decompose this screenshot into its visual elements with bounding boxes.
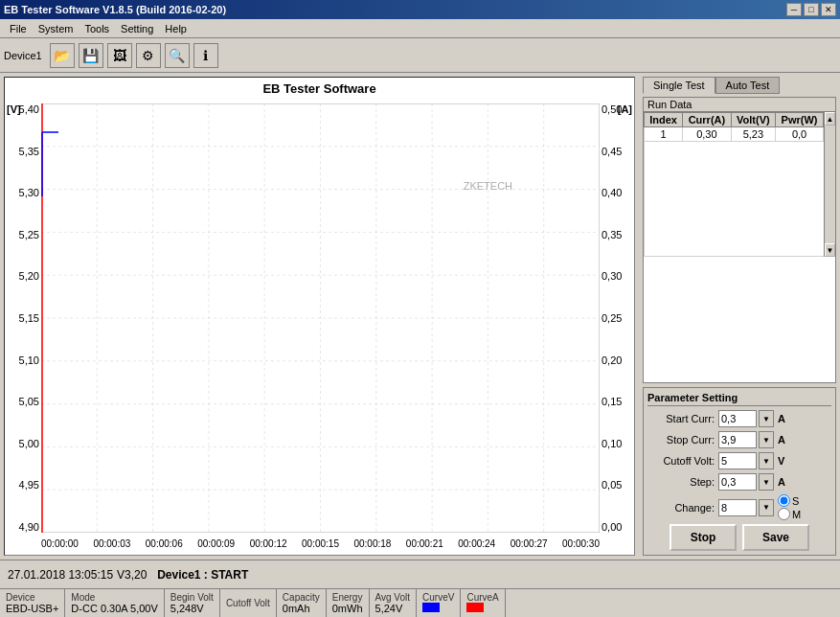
table-row: 1 0,30 5,23 0,0 [645,127,835,142]
menu-setting[interactable]: Setting [115,22,159,35]
close-button[interactable]: ✕ [821,3,836,16]
col-curr: Curr(A) [683,113,732,127]
x-axis: 00:00:00 00:00:03 00:00:06 00:00:09 00:0… [41,533,600,554]
action-buttons: Stop Save [647,524,831,551]
y-axis-left: 5,40 5,35 5,30 5,25 5,20 5,15 5,10 5,05 … [5,103,41,533]
run-data-panel: Run Data Index Curr(A) Volt(V) Pwr(W) [643,97,836,383]
param-title: Parameter Setting [647,392,831,406]
tabs: Single Test Auto Test [643,77,836,94]
image-button[interactable]: 🖼 [107,43,132,68]
stop-button[interactable]: Stop [670,524,737,551]
settings-button[interactable]: ⚙ [136,43,161,68]
radio-m-label: M [792,509,801,520]
toolbar: Device1 📂 💾 🖼 ⚙ 🔍 ℹ [0,38,840,73]
status-avg-volt: Avg Volt 5,24V [370,589,418,617]
info-button[interactable]: ℹ [193,43,218,68]
start-curr-dropdown[interactable]: ▼ [759,410,774,427]
stop-curr-dropdown[interactable]: ▼ [759,431,774,448]
chart-inner: [V] [A] [5,100,634,554]
step-row: Step: ▼ A [647,473,831,491]
stop-curr-unit: A [778,434,785,446]
save-param-button[interactable]: Save [742,524,809,551]
tab-single-test[interactable]: Single Test [643,77,715,94]
title-bar: EB Tester Software V1.8.5 (Build 2016-02… [0,0,840,19]
table-row-empty [645,142,835,257]
col-pwr: Pwr(W) [776,113,824,127]
cutoff-volt-input[interactable] [718,452,757,469]
step-input[interactable] [718,473,757,491]
window-title: EB Tester Software V1.8.5 (Build 2016-02… [4,4,226,15]
radio-m[interactable] [778,508,790,520]
main-area: EB Tester Software [V] [A] [0,73,840,560]
change-label: Change: [647,502,715,514]
search-button[interactable]: 🔍 [165,43,190,68]
scroll-up[interactable]: ▲ [825,112,835,126]
status-curve-a: CurveA [461,589,505,617]
col-volt: Volt(V) [731,113,775,127]
start-curr-row: Start Curr: ▼ A [647,410,831,427]
menu-file[interactable]: File [4,22,33,35]
version: V3,20 [117,568,147,582]
change-row: Change: ▼ S M [647,494,831,520]
cutoff-volt-unit: V [778,455,784,467]
status-table: Device EBD-USB+ Mode D-CC 0.30A 5,00V Be… [0,588,840,617]
curve-v-color [422,603,440,612]
datetime: 27.01.2018 13:05:15 [8,568,113,582]
run-data-table: Index Curr(A) Volt(V) Pwr(W) 1 0,30 5,23 [644,112,835,257]
device-label: Device1 [4,50,42,61]
menu-system[interactable]: System [33,22,79,35]
radio-s[interactable] [778,494,790,507]
start-curr-label: Start Curr: [647,413,715,424]
status-mode: Mode D-CC 0.30A 5,00V [65,589,165,617]
change-input[interactable] [718,499,757,516]
maximize-button[interactable]: □ [804,3,819,16]
minimize-button[interactable]: ─ [786,3,802,16]
curve-a-color [466,603,484,612]
menu-tools[interactable]: Tools [79,22,115,35]
radio-s-label: S [792,495,799,507]
status-curve-v: CurveV [417,589,461,617]
menu-bar: File System Tools Setting Help [0,19,840,38]
radio-group: S M [778,494,801,520]
device-status: Device1 : START [157,568,248,582]
start-curr-input[interactable] [718,410,757,427]
param-panel: Parameter Setting Start Curr: ▼ A Stop C… [643,387,836,556]
save-button[interactable]: 💾 [79,43,103,68]
chart-svg: ZKETECH [41,103,600,533]
step-unit: A [778,476,785,488]
window-controls: ─ □ ✕ [786,3,836,16]
status-bar: 27.01.2018 13:05:15 V3,20 Device1 : STAR… [0,560,840,617]
watermark-text: ZKETECH [464,180,512,192]
right-panel: Single Test Auto Test Run Data Index Cur… [639,73,840,560]
scroll-down[interactable]: ▼ [825,243,835,257]
run-data-label: Run Data [644,98,835,112]
col-index: Index [645,113,683,127]
status-begin-volt: Begin Volt 5,248V [165,589,220,617]
change-dropdown[interactable]: ▼ [759,499,774,516]
stop-curr-label: Stop Curr: [647,434,715,446]
status-device: Device EBD-USB+ [0,589,65,617]
stop-curr-input[interactable] [718,431,757,448]
scrollbar[interactable]: ▲ ▼ [824,112,835,257]
start-curr-unit: A [778,413,785,424]
step-label: Step: [647,476,715,488]
status-info: 27.01.2018 13:05:15 V3,20 Device1 : STAR… [0,560,840,588]
status-cutoff-volt: Cutoff Volt [220,589,277,617]
open-button[interactable]: 📂 [50,43,75,68]
status-capacity: Capacity 0mAh [277,589,327,617]
cutoff-volt-label: Cutoff Volt: [647,455,715,467]
chart-title: EB Tester Software [5,78,634,100]
status-energy: Energy 0mWh [327,589,370,617]
chart-container: EB Tester Software [V] [A] [4,77,635,556]
tab-auto-test[interactable]: Auto Test [715,77,781,94]
stop-curr-row: Stop Curr: ▼ A [647,431,831,448]
cutoff-volt-row: Cutoff Volt: ▼ V [647,452,831,469]
cutoff-volt-dropdown[interactable]: ▼ [759,452,774,469]
step-dropdown[interactable]: ▼ [759,473,774,491]
menu-help[interactable]: Help [159,22,193,35]
y-axis-right: 0,50 0,45 0,40 0,35 0,30 0,25 0,20 0,15 … [600,103,634,533]
